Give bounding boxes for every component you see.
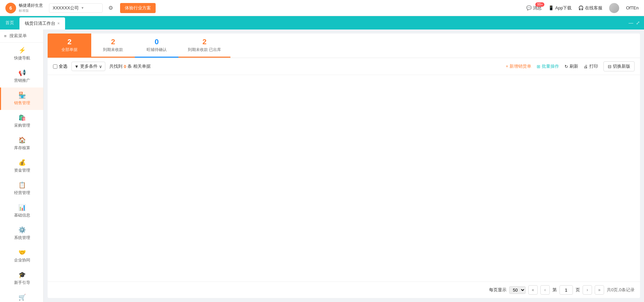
add-sale-btn[interactable]: + 新增销货单 bbox=[506, 63, 531, 69]
messages-badge: 99+ bbox=[535, 2, 544, 7]
switch-icon: ⊟ bbox=[608, 64, 611, 69]
sidebar-item-marketing[interactable]: 📢 营销推广 bbox=[0, 65, 43, 87]
tab-maximize-btn[interactable]: ⤢ bbox=[636, 20, 640, 25]
message-icon: 💬 bbox=[526, 5, 532, 10]
stat-number-pending: 0 bbox=[155, 38, 159, 46]
content-inner: 2 全部单据 2 到期未收款 0 旺辅待确认 2 到期未收款 已出库 bbox=[48, 34, 640, 298]
finance-icon: 💰 bbox=[18, 159, 26, 166]
stat-tab-overdue[interactable]: 2 到期未收款 bbox=[91, 34, 135, 58]
sidebar-item-app-center[interactable]: 🛒 应用中心 bbox=[0, 290, 43, 302]
system-icon: ⚙️ bbox=[18, 226, 26, 234]
company-selector[interactable]: XXXXXX公司 ▼ bbox=[49, 3, 103, 13]
first-page-btn[interactable]: « bbox=[528, 285, 538, 295]
quick-nav-icon: ⚡ bbox=[18, 47, 26, 54]
stats-tabs: 2 全部单据 2 到期未收款 0 旺辅待确认 2 到期未收款 已出库 bbox=[48, 34, 640, 58]
prev-page-btn[interactable]: ‹ bbox=[540, 285, 550, 295]
stat-label-overdue: 到期未收款 bbox=[103, 47, 123, 53]
tab-close-btn[interactable]: × bbox=[57, 21, 60, 26]
app-download-btn[interactable]: 📱 App下载 bbox=[548, 5, 572, 11]
cooperation-icon: 🤝 bbox=[18, 249, 26, 256]
page-total: 共0页,0条记录 bbox=[607, 287, 635, 293]
content-area: 2 全部单据 2 到期未收款 0 旺辅待确认 2 到期未收款 已出库 bbox=[44, 29, 644, 302]
user-name[interactable]: OfTEn bbox=[626, 5, 639, 10]
print-icon: 🖨 bbox=[584, 64, 588, 69]
last-page-btn[interactable]: » bbox=[595, 285, 604, 295]
sidebar-item-cooperation[interactable]: 🤝 企业协同 bbox=[0, 245, 43, 267]
table-area bbox=[48, 75, 640, 282]
refresh-icon: ↻ bbox=[565, 64, 568, 69]
purchase-icon: 🛍️ bbox=[18, 114, 26, 121]
page-number-input[interactable] bbox=[559, 285, 573, 295]
toolbar-right: + 新增销货单 ⊞ 批量操作 ↻ 刷新 🖨 打印 ⊟ bbox=[506, 61, 635, 71]
print-btn[interactable]: 🖨 打印 bbox=[584, 63, 598, 69]
next-page-btn[interactable]: › bbox=[583, 285, 592, 295]
stat-label-pending: 旺辅待确认 bbox=[147, 47, 167, 53]
found-count: 0 bbox=[124, 64, 126, 69]
online-service-btn[interactable]: 🎧 在线客服 bbox=[578, 5, 602, 11]
stat-number-all: 2 bbox=[67, 38, 71, 46]
stat-number-shipped: 2 bbox=[203, 38, 207, 46]
header-right: 💬 消息 99+ 📱 App下载 🎧 在线客服 OfTEn bbox=[526, 3, 639, 13]
filter-dropdown-icon: ∨ bbox=[99, 64, 102, 69]
sidebar-search[interactable]: ≡ 搜索菜单 bbox=[0, 29, 43, 43]
sidebar-item-quick-nav[interactable]: ⚡ 快捷导航 bbox=[0, 43, 43, 65]
marketing-icon: 📢 bbox=[18, 69, 26, 76]
toolbar: 全选 ▼ 更多条件 ∨ 共找到 0 条 相关单据 + 新增销货单 ⊞ bbox=[48, 58, 640, 75]
filter-icon: ▼ bbox=[74, 64, 79, 69]
logo-area: 6 畅捷通好生意 标准版 bbox=[5, 3, 49, 13]
refresh-btn[interactable]: ↻ 刷新 bbox=[565, 63, 578, 69]
top-header: 6 畅捷通好生意 标准版 XXXXXX公司 ▼ ⚙ 体验行业方案 💬 消息 99… bbox=[0, 0, 644, 16]
avatar-image bbox=[609, 3, 619, 13]
tab-bar-actions: — ⤢ bbox=[629, 20, 644, 25]
logo-icon: 6 bbox=[5, 3, 16, 13]
sidebar-item-basic-info[interactable]: 📊 基础信息 bbox=[0, 200, 43, 222]
guide-icon: 🎓 bbox=[18, 271, 26, 279]
pagination: 每页显示 50 « ‹ 第 页 › » 共0页,0条记录 bbox=[48, 282, 640, 298]
found-info: 共找到 0 条 相关单据 bbox=[109, 63, 151, 69]
checkbox-input[interactable] bbox=[53, 64, 57, 69]
stat-number-overdue: 2 bbox=[111, 38, 115, 46]
filter-button[interactable]: ▼ 更多条件 ∨ bbox=[71, 62, 105, 71]
sales-icon: 🏪 bbox=[18, 92, 26, 99]
tab-bar: 首页 钱货日清工作台 × — ⤢ bbox=[0, 16, 644, 29]
page-size-select[interactable]: 50 bbox=[509, 286, 526, 294]
sidebar: ≡ 搜索菜单 ⚡ 快捷导航 📢 营销推广 🏪 销售管理 🛍️ 采购管理 🏠 库存… bbox=[0, 29, 44, 302]
basic-info-icon: 📊 bbox=[18, 204, 26, 211]
switch-version-btn[interactable]: ⊟ 切换新版 bbox=[603, 61, 635, 71]
experience-btn[interactable]: 体验行业方案 bbox=[120, 3, 156, 13]
logo-text: 畅捷通好生意 标准版 bbox=[19, 3, 43, 13]
sidebar-item-finance[interactable]: 💰 资金管理 bbox=[0, 155, 43, 177]
stat-tab-all[interactable]: 2 全部单据 bbox=[48, 34, 91, 58]
stat-tab-shipped[interactable]: 2 到期未收款 已出库 bbox=[178, 34, 230, 58]
tab-minimize-btn[interactable]: — bbox=[629, 20, 633, 25]
sidebar-item-purchase[interactable]: 🛍️ 采购管理 bbox=[0, 110, 43, 132]
operations-icon: 📋 bbox=[18, 181, 26, 189]
settings-button[interactable]: ⚙ bbox=[105, 3, 116, 13]
batch-action-btn[interactable]: ⊞ 批量操作 bbox=[537, 63, 559, 69]
dropdown-arrow-icon: ▼ bbox=[81, 6, 84, 10]
stat-label-shipped: 到期未收款 已出库 bbox=[188, 47, 221, 53]
sidebar-item-inventory[interactable]: 🏠 库存核算 bbox=[0, 132, 43, 155]
tab-home[interactable]: 首页 bbox=[0, 16, 19, 29]
sidebar-item-operations[interactable]: 📋 经营管理 bbox=[0, 177, 43, 200]
select-all-checkbox[interactable]: 全选 bbox=[53, 63, 67, 69]
inventory-icon: 🏠 bbox=[18, 136, 26, 144]
app-center-icon: 🛒 bbox=[18, 294, 26, 301]
service-icon: 🎧 bbox=[578, 5, 584, 10]
avatar[interactable] bbox=[609, 3, 619, 13]
download-icon: 📱 bbox=[548, 5, 554, 10]
batch-icon: ⊞ bbox=[537, 64, 540, 69]
messages-btn[interactable]: 💬 消息 99+ bbox=[526, 5, 542, 11]
sidebar-item-system[interactable]: ⚙️ 系统管理 bbox=[0, 222, 43, 245]
stat-label-all: 全部单据 bbox=[61, 47, 77, 53]
sidebar-item-sales[interactable]: 🏪 销售管理 bbox=[0, 87, 43, 110]
sidebar-item-guide[interactable]: 🎓 新手引导 bbox=[0, 267, 43, 290]
main-layout: ≡ 搜索菜单 ⚡ 快捷导航 📢 营销推广 🏪 销售管理 🛍️ 采购管理 🏠 库存… bbox=[0, 29, 644, 302]
search-icon: ≡ bbox=[4, 34, 7, 39]
stat-tab-pending[interactable]: 0 旺辅待确认 bbox=[135, 34, 178, 58]
tab-daily-cash[interactable]: 钱货日清工作台 × bbox=[19, 17, 65, 29]
